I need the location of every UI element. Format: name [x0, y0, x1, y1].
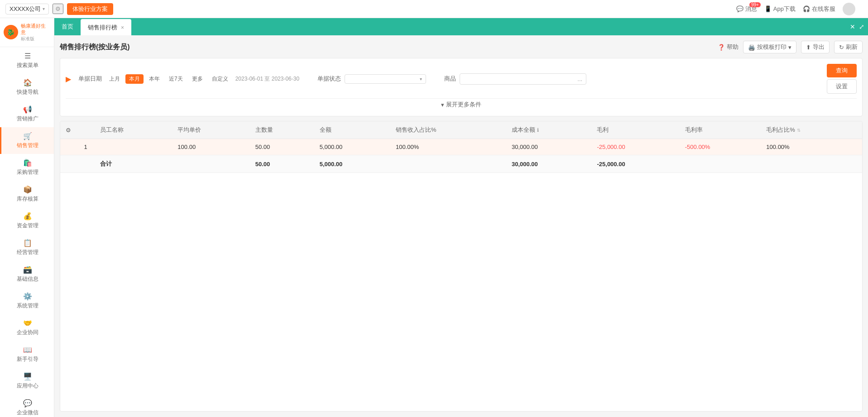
sidebar-item-sales[interactable]: 🛒 销售管理	[0, 127, 54, 154]
refresh-icon: ↻	[839, 44, 844, 51]
footer-amount-cell: 5,000.00	[314, 155, 390, 173]
expand-more-button[interactable]: ▾ 展开更多条件	[66, 98, 857, 110]
data-table-wrapper: ⚙ 员工名称 平均单价 主数量	[60, 121, 863, 412]
cell-sales-ratio: 100.00%	[390, 139, 506, 155]
date-filter-group: 单据日期 上月 本月 本年 近7天 更多 自定义 2023-06-01 至 20…	[78, 74, 299, 84]
finance-icon: 💰	[23, 212, 32, 220]
guide-icon: 📖	[23, 345, 32, 354]
date-tab-custom[interactable]: 自定义	[208, 74, 232, 84]
page-header: 销售排行榜(按业务员) ❓ 帮助 🖨️ 按模板打印 ▾ ⬆ 导出	[60, 41, 863, 53]
col-employee: 员工名称	[95, 121, 172, 139]
apps-icon: 🖥️	[23, 372, 32, 381]
cost-info-icon[interactable]: ℹ	[537, 127, 539, 133]
refresh-button[interactable]: ↻ 刷新	[834, 41, 863, 53]
tab-label-sales-ranking: 销售排行榜	[88, 24, 117, 32]
online-service-button[interactable]: 🎧 在线客服	[803, 5, 835, 13]
export-icon: ⬆	[806, 44, 811, 51]
sidebar-item-operations[interactable]: 📋 经营管理	[0, 234, 54, 261]
footer-qty-cell: 50.00	[250, 155, 314, 173]
company-selector[interactable]: XXXXX公司 ▾	[5, 4, 49, 14]
col-gross: 毛利	[591, 121, 679, 139]
gross-ratio-sort-icon[interactable]: ⇅	[797, 128, 801, 133]
filter-actions: 查询 设置	[827, 64, 857, 94]
product-more-icon: ...	[577, 76, 582, 82]
main-layout: 🐉 畅康通好生意 标准版 ☰ 搜索菜单 🏠 快捷导航 📢 营销推广 🛒 销售管理	[0, 18, 868, 417]
avatar[interactable]	[843, 3, 855, 15]
date-tab-this-year[interactable]: 本年	[145, 74, 163, 84]
tab-sales-ranking[interactable]: 销售排行榜 ×	[81, 19, 131, 36]
sidebar-item-inventory[interactable]: 📦 库存核算	[0, 181, 54, 207]
column-settings-icon[interactable]: ⚙	[66, 127, 71, 134]
status-selector[interactable]: ▾	[345, 74, 426, 84]
col-avg-price: 平均单价	[172, 121, 249, 139]
filter-expand-toggle[interactable]: ▶	[66, 75, 71, 83]
date-tab-last-month[interactable]: 上月	[106, 74, 124, 84]
footer-gross-rate-cell	[680, 155, 761, 173]
product-filter-label: 商品	[444, 75, 456, 83]
cell-cost: 30,000.00	[506, 139, 592, 155]
date-tabs: 上月 本月 本年 近7天 更多 自定义	[106, 74, 232, 84]
logo-sub: 标准版	[21, 36, 50, 42]
operations-icon: 📋	[23, 239, 32, 247]
print-icon: 🖨️	[748, 44, 755, 51]
sidebar-item-system[interactable]: ⚙️ 系统管理	[0, 288, 54, 314]
sidebar: 🐉 畅康通好生意 标准版 ☰ 搜索菜单 🏠 快捷导航 📢 营销推广 🛒 销售管理	[0, 18, 54, 417]
content-area: 首页 销售排行榜 × ✕ ⤢ 销售排行榜(按业务员) ❓ 帮助	[54, 18, 868, 417]
help-button[interactable]: ❓ 帮助	[718, 43, 739, 51]
tab-home[interactable]: 首页	[54, 18, 81, 35]
tab-bar-right: ✕ ⤢	[850, 23, 868, 30]
date-tab-7days[interactable]: 近7天	[165, 74, 187, 84]
sidebar-item-search[interactable]: ☰ 搜索菜单	[0, 47, 54, 74]
sidebar-item-enterprise[interactable]: 🤝 企业协同	[0, 314, 54, 341]
sidebar-item-basic-info[interactable]: 🗃️ 基础信息	[0, 261, 54, 288]
print-button[interactable]: 🖨️ 按模板打印 ▾	[743, 41, 796, 53]
sidebar-item-guide[interactable]: 📖 新手引导	[0, 341, 54, 368]
footer-cost-cell: 30,000.00	[506, 155, 592, 173]
date-tab-this-month[interactable]: 本月	[125, 74, 144, 84]
sales-icon: 🛒	[23, 132, 32, 140]
query-button[interactable]: 查询	[827, 64, 857, 77]
sidebar-item-finance[interactable]: 💰 资金管理	[0, 207, 54, 234]
trial-button[interactable]: 体验行业方案	[67, 3, 113, 15]
sidebar-item-weixin[interactable]: 💬 企业微信	[0, 394, 54, 417]
cell-rank: 1	[77, 139, 95, 155]
settings-icon[interactable]: ⚙	[53, 4, 63, 14]
sidebar-label-weixin: 企业微信	[17, 409, 38, 417]
sidebar-label-finance: 资金管理	[17, 222, 38, 230]
sidebar-item-apps[interactable]: 🖥️ 应用中心	[0, 368, 54, 394]
sidebar-label-nav: 快捷导航	[17, 88, 38, 96]
sidebar-label-system: 系统管理	[17, 302, 38, 310]
tab-close-icon[interactable]: ×	[121, 24, 124, 31]
filter-row-main: ▶ 单据日期 上月 本月 本年 近7天 更多 自定义 2023-06-01 至 …	[66, 64, 857, 94]
weixin-icon: 💬	[23, 399, 32, 407]
status-filter-group: 单据状态 ▾	[317, 74, 426, 84]
product-selector[interactable]: ...	[460, 73, 586, 85]
message-button[interactable]: 💬 消息 99+	[736, 5, 757, 13]
col-sales-ratio: 销售收入占比%	[390, 121, 506, 139]
window-expand-icon[interactable]: ⤢	[859, 23, 864, 30]
sidebar-item-marketing[interactable]: 📢 营销推广	[0, 101, 54, 127]
sidebar-label-inventory: 库存核算	[17, 195, 38, 203]
export-button[interactable]: ⬆ 导出	[801, 41, 830, 53]
footer-gross-cell: -25,000.00	[591, 155, 679, 173]
marketing-icon: 📢	[23, 105, 32, 114]
table-header-row: ⚙ 员工名称 平均单价 主数量	[60, 121, 862, 139]
app-download-button[interactable]: 📱 App下载	[764, 5, 796, 13]
sidebar-label-search: 搜索菜单	[17, 62, 38, 69]
sidebar-item-purchase[interactable]: 🛍️ 采购管理	[0, 154, 54, 181]
home-icon: 🏠	[23, 78, 32, 87]
sidebar-item-nav[interactable]: 🏠 快捷导航	[0, 74, 54, 101]
sidebar-label-marketing: 营销推广	[17, 115, 38, 123]
print-dropdown-icon: ▾	[788, 44, 791, 51]
date-tab-more[interactable]: 更多	[188, 74, 206, 84]
table-settings-button[interactable]: 设置	[827, 79, 857, 94]
date-range-display: 2023-06-01 至 2023-06-30	[235, 75, 299, 83]
col-cost: 成本全额 ℹ	[506, 121, 592, 139]
col-gross-rate: 毛利率	[680, 121, 761, 139]
cell-employee	[95, 139, 172, 155]
basic-info-icon: 🗃️	[23, 265, 32, 274]
sidebar-label-enterprise: 企业协同	[17, 329, 38, 336]
window-close-icon[interactable]: ✕	[850, 23, 855, 30]
sidebar-label-guide: 新手引导	[17, 355, 38, 363]
logo-area: 🐉 畅康通好生意 标准版	[0, 18, 54, 47]
